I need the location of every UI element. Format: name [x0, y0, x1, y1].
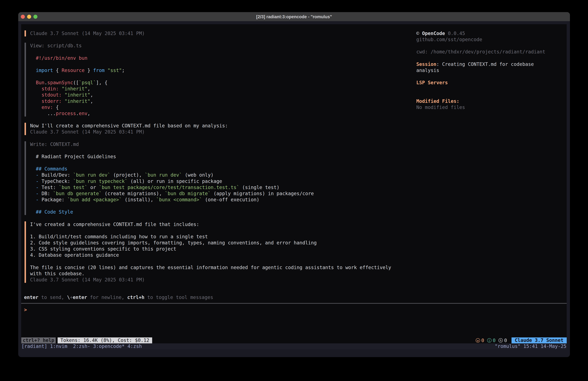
chat-line: [30, 49, 125, 55]
chat-line: [30, 203, 314, 209]
sidebar-line: No modified files: [416, 104, 465, 111]
i-circle-icon: i: [487, 338, 491, 343]
chat-line: 3. CSS styling conventions specific to t…: [30, 246, 391, 252]
chat-line: # Radiant Project Guidelines: [30, 154, 314, 160]
sidebar-line: analysis: [416, 67, 439, 73]
i-diagnostic-counter: i0: [487, 338, 496, 343]
titlebar[interactable]: [2/3] radiant:3:opencode - "romulus": [18, 12, 570, 21]
input-hint: enter to send, \+enter for newline, ctrl…: [24, 294, 213, 300]
assistant-message-block: Now I'll create a comprehensive CONTEXT.…: [24, 123, 228, 135]
chat-line: Claude 3.7 Sonnet (14 May 2025 03:41 PM): [30, 277, 391, 283]
chat-line: [30, 61, 125, 67]
chat-line: [30, 73, 125, 80]
chat-line: Now I'll create a comprehensive CONTEXT.…: [30, 123, 228, 129]
chat-line: - DB: `bun db generate` (create migratio…: [30, 190, 314, 197]
status-right: w0i0h0 Claude 3.7 Sonnet: [476, 337, 567, 343]
chat-line: 2. Code style guidelines covering import…: [30, 240, 391, 246]
w-diagnostic-counter: w0: [476, 338, 484, 343]
chat-line: Write: CONTEXT.md: [30, 141, 314, 147]
chat-line: Bun.spawnSync([`psql`], {: [30, 80, 125, 86]
tmux-statusline: [radiant] 1:nvim 2:zsh- 3:opencode* 4:zs…: [21, 343, 567, 349]
chat-line: View: script/db.ts: [30, 43, 125, 49]
input-divider: [21, 303, 567, 304]
sidebar-line: © OpenCode 0.0.45: [416, 30, 465, 37]
chat-line: #!/usr/bin/env bun: [30, 55, 125, 61]
chat-line: env: {: [30, 104, 125, 111]
help-shortcut-badge[interactable]: ctrl+? help: [21, 337, 56, 343]
chat-line: import { Resource } from "sst";: [30, 67, 125, 73]
chat-line: 4. Database operations guidance: [30, 252, 391, 258]
tool-message-block: View: script/db.ts #!/usr/bin/env bun im…: [24, 43, 125, 116]
message-accent-bar: [24, 141, 26, 215]
window-title: [2/3] radiant:3:opencode - "romulus": [18, 12, 570, 21]
model-badge[interactable]: Claude 3.7 Sonnet: [511, 337, 567, 343]
sidebar-line: cwd: /home/thdxr/dev/projects/radiant/ra…: [416, 49, 545, 55]
diagnostic-counters: w0i0h0: [476, 338, 507, 343]
sidebar-line: github.com/sst/opencode: [416, 37, 482, 43]
chat-line: with this codebase.: [30, 270, 391, 277]
tmux-session-info: "romulus" 15:41 14-May-25: [495, 343, 566, 349]
chat-line: [30, 147, 314, 154]
chat-line: ## Code Style: [30, 209, 314, 215]
h-diagnostic-counter: h0: [499, 338, 507, 343]
assistant-message-block: Claude 3.7 Sonnet (14 May 2025 03:41 PM): [24, 30, 145, 37]
h-circle-icon: h: [499, 338, 503, 343]
chat-line: stderr: "inherit",: [30, 98, 125, 104]
tokens-cost-badge: Tokens: 16.4K (8%), Cost: $0.12: [58, 337, 152, 343]
chat-line: I've created a comprehensive CONTEXT.md …: [30, 221, 391, 227]
message-accent-bar: [24, 43, 26, 116]
assistant-message-block: I've created a comprehensive CONTEXT.md …: [24, 221, 391, 283]
chat-line: stdin: "inherit",: [30, 86, 125, 92]
chat-line: [30, 258, 391, 264]
chat-line: ## Commands: [30, 166, 314, 172]
terminal-window: [2/3] radiant:3:opencode - "romulus" Cla…: [18, 12, 570, 357]
chat-line: 1. Build/lint/test commands including ho…: [30, 234, 391, 240]
opencode-tui: Claude 3.7 Sonnet (14 May 2025 03:41 PM)…: [21, 24, 567, 343]
sidebar-line: LSP Servers: [416, 80, 448, 86]
message-accent-bar: [24, 221, 26, 283]
message-accent-bar: [24, 30, 26, 37]
chat-line: ...process.env,: [30, 111, 125, 116]
tool-message-block: Write: CONTEXT.md # Radiant Project Guid…: [24, 141, 314, 215]
chat-line: - Build/Dev: `bun run dev` (project), `b…: [30, 172, 314, 178]
sidebar-line: Modified Files:: [416, 98, 459, 104]
chat-line: [30, 227, 391, 234]
prompt-input[interactable]: >: [24, 307, 27, 313]
chat-line: Claude 3.7 Sonnet (14 May 2025 03:41 PM): [30, 129, 228, 135]
sidebar-line: Session: Creating CONTEXT.md for codebas…: [416, 61, 534, 67]
chat-line: stdout: "inherit",: [30, 92, 125, 98]
chat-line: - Test: `bun test` or `bun test packages…: [30, 184, 314, 190]
w-circle-icon: w: [476, 338, 480, 343]
chat-line: - TypeCheck: `bun run typecheck` (all) o…: [30, 178, 314, 184]
message-accent-bar: [24, 123, 26, 135]
chat-line: Claude 3.7 Sonnet (14 May 2025 03:41 PM): [30, 30, 145, 37]
chat-line: [30, 160, 314, 166]
chat-line: - Package: `bun add <package>` (install)…: [30, 197, 314, 203]
tmux-windows[interactable]: [radiant] 1:nvim 2:zsh- 3:opencode* 4:zs…: [21, 343, 142, 349]
chat-line: The file is concise (20 lines) and captu…: [30, 265, 391, 270]
